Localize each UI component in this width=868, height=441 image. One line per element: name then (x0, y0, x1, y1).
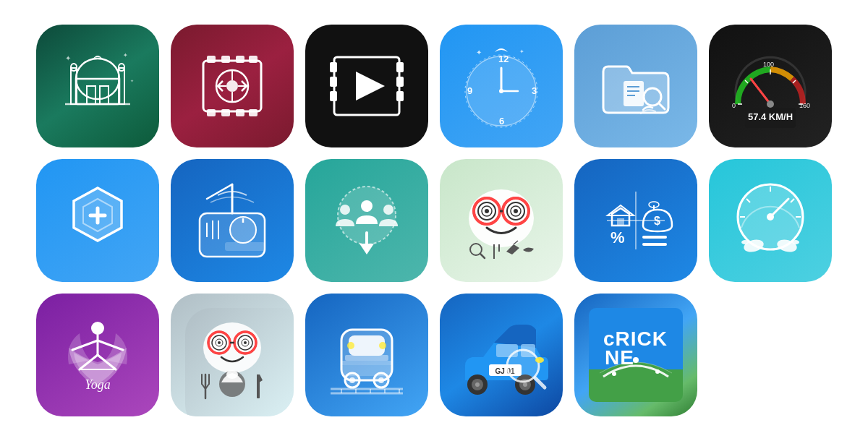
svg-text:✦: ✦ (65, 54, 71, 62)
svg-point-154 (347, 342, 354, 349)
svg-text:57.4 KM/H: 57.4 KM/H (748, 111, 793, 122)
svg-rect-31 (396, 62, 404, 72)
svg-point-188 (655, 369, 660, 374)
svg-text:9: 9 (467, 85, 472, 96)
svg-point-93 (514, 209, 518, 213)
cricket-icon[interactable]: cRICK NE (574, 294, 697, 416)
mosque-app-icon[interactable]: ✦ ✦ ✦ (36, 25, 159, 147)
yoga-icon[interactable]: Yoga (36, 294, 159, 416)
svg-point-122 (792, 240, 799, 244)
svg-point-142 (244, 341, 247, 344)
svg-point-186 (612, 372, 616, 376)
group-sync-icon[interactable] (305, 159, 428, 282)
svg-point-43 (499, 89, 503, 93)
video-compress-icon[interactable] (171, 25, 294, 147)
svg-rect-76 (225, 242, 265, 251)
svg-text:✦: ✦ (123, 52, 128, 59)
svg-rect-46 (624, 81, 644, 106)
svg-text:3: 3 (532, 85, 537, 96)
svg-text:NE: NE (605, 346, 634, 369)
svg-rect-30 (330, 91, 337, 101)
svg-line-60 (751, 79, 770, 104)
ar-plus-icon[interactable] (36, 159, 159, 282)
svg-marker-34 (356, 72, 385, 100)
food-search-icon[interactable] (171, 294, 294, 416)
svg-rect-5 (87, 86, 95, 104)
svg-rect-157 (341, 361, 392, 365)
svg-rect-4 (76, 79, 119, 104)
svg-text:$: $ (654, 215, 660, 227)
svg-text:✦: ✦ (519, 48, 524, 55)
calculator-icon[interactable]: $ % (574, 159, 697, 282)
svg-point-61 (767, 100, 774, 108)
svg-point-150 (226, 370, 238, 379)
radio-icon[interactable] (171, 159, 294, 282)
speedometer-icon[interactable]: 0 100 160 57.4 KM/H (709, 25, 832, 147)
svg-rect-33 (396, 91, 404, 101)
svg-point-182 (535, 357, 544, 363)
train-icon[interactable] (305, 294, 428, 416)
svg-rect-14 (221, 56, 230, 63)
svg-rect-19 (236, 109, 244, 116)
svg-rect-156 (345, 355, 388, 361)
svg-point-177 (523, 382, 527, 387)
svg-text:✦: ✦ (476, 48, 482, 56)
scale-icon[interactable] (709, 159, 832, 282)
svg-point-80 (383, 205, 393, 215)
svg-text:Yoga: Yoga (85, 377, 110, 392)
svg-rect-18 (221, 109, 230, 116)
svg-rect-28 (330, 62, 337, 72)
svg-rect-17 (207, 109, 216, 116)
svg-rect-15 (236, 56, 244, 63)
app-grid: ✦ ✦ ✦ (22, 10, 846, 431)
svg-point-160 (349, 377, 355, 383)
svg-point-22 (226, 80, 238, 92)
video-play-icon[interactable] (305, 25, 428, 147)
svg-rect-6 (100, 86, 109, 104)
svg-rect-104 (617, 218, 624, 226)
svg-text:0: 0 (732, 102, 736, 109)
svg-text:100: 100 (763, 61, 774, 68)
svg-line-96 (480, 254, 485, 258)
car-plate-icon[interactable]: GJ 01 (440, 294, 563, 416)
svg-rect-29 (330, 77, 337, 87)
svg-point-155 (379, 342, 386, 349)
svg-point-174 (475, 382, 480, 387)
svg-rect-20 (249, 109, 258, 116)
svg-rect-13 (207, 56, 216, 63)
svg-point-118 (767, 213, 774, 220)
prayer-clock-icon[interactable]: 12 3 6 9 ✦ ✦ (440, 25, 563, 147)
svg-text:160: 160 (799, 102, 810, 109)
svg-point-123 (91, 322, 104, 335)
svg-rect-16 (249, 56, 258, 63)
svg-point-120 (741, 240, 749, 244)
svg-rect-32 (396, 77, 404, 87)
svg-point-137 (218, 341, 221, 344)
svg-point-79 (340, 205, 350, 215)
svg-point-162 (378, 377, 384, 383)
svg-point-88 (485, 209, 489, 213)
smart-search-icon[interactable] (440, 159, 563, 282)
svg-marker-82 (359, 244, 374, 254)
file-manager-icon[interactable] (574, 25, 697, 147)
svg-text:%: % (610, 228, 625, 247)
svg-text:6: 6 (499, 116, 504, 127)
svg-point-78 (361, 200, 373, 212)
svg-text:✦: ✦ (130, 79, 134, 83)
